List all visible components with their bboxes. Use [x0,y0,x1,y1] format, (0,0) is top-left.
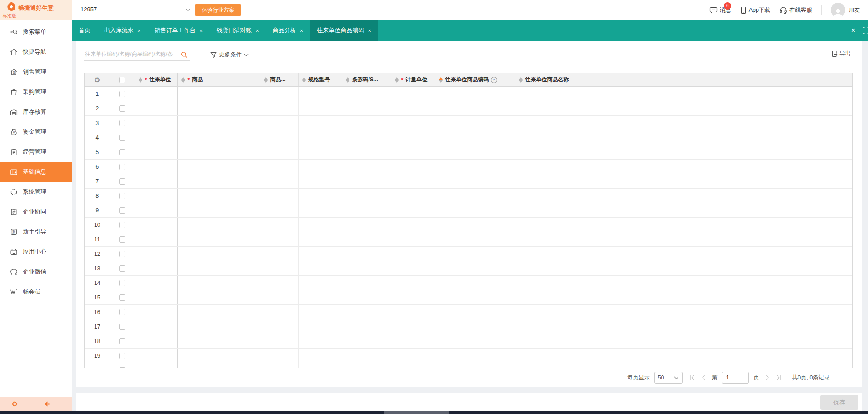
cell-product[interactable] [177,160,260,174]
cell-barcode[interactable] [342,261,391,276]
cell-partner[interactable] [135,101,177,116]
cell-partner-product-name[interactable] [515,116,853,130]
tab-cash-daily-reconcile[interactable]: 钱货日清对账 × [210,20,266,41]
help-icon[interactable]: ? [491,77,497,83]
cell-barcode[interactable] [342,189,391,203]
cell-barcode[interactable] [342,232,391,247]
cell-partner[interactable] [135,247,177,261]
online-service-button[interactable]: 在线客服 [779,6,812,14]
cell-partner-product-code[interactable] [435,160,515,174]
cell-uom[interactable] [391,101,435,116]
row-select-cell[interactable] [110,160,135,174]
cell-partner-product-name[interactable] [515,276,853,290]
row-select-cell[interactable] [110,203,135,218]
cell-product[interactable] [177,290,260,305]
cell-product[interactable] [177,174,260,189]
cell-partner-product-code[interactable] [435,349,515,363]
settings-gear-icon[interactable]: ⚙ [12,400,18,407]
last-page-icon[interactable] [776,375,782,380]
table-row[interactable]: 1 [85,87,853,101]
account-select[interactable]: 12957 [80,4,191,16]
tab-home[interactable]: 首页 [72,20,97,41]
row-select-cell[interactable] [110,130,135,145]
cell-product[interactable] [177,145,260,160]
cell-product-code[interactable] [260,247,298,261]
table-row[interactable]: 15 [85,290,853,305]
per-page-select[interactable]: 50 [654,372,683,384]
cell-uom[interactable] [391,261,435,276]
row-select-cell[interactable] [110,349,135,363]
cell-partner-product-name[interactable] [515,203,853,218]
cell-barcode[interactable] [342,174,391,189]
cell-uom[interactable] [391,218,435,232]
cell-spec[interactable] [298,232,342,247]
table-row[interactable]: 20 [85,363,853,369]
cell-product[interactable] [177,101,260,116]
tab-close-icon[interactable]: × [200,28,203,34]
cell-product[interactable] [177,363,260,369]
table-row[interactable]: 14 [85,276,853,290]
row-checkbox[interactable] [119,367,125,368]
export-button[interactable]: 导出 [831,50,851,58]
row-checkbox[interactable] [119,338,125,344]
cell-partner-product-name[interactable] [515,130,853,145]
tab-product-analysis[interactable]: 商品分析 × [266,20,310,41]
cell-product[interactable] [177,276,260,290]
cell-spec[interactable] [298,116,342,130]
cell-partner-product-code[interactable] [435,290,515,305]
cell-partner-product-name[interactable] [515,247,853,261]
cell-partner-product-name[interactable] [515,349,853,363]
cell-uom[interactable] [391,290,435,305]
cell-product-code[interactable] [260,232,298,247]
cell-partner-product-code[interactable] [435,189,515,203]
cell-partner-product-code[interactable] [435,276,515,290]
page-number-input[interactable]: 1 [722,372,749,384]
cell-partner-product-code[interactable] [435,145,515,160]
cell-partner-product-code[interactable] [435,232,515,247]
cell-uom[interactable] [391,334,435,349]
sort-icon[interactable] [139,77,142,83]
cell-spec[interactable] [298,87,342,101]
row-select-cell[interactable] [110,218,135,232]
row-select-cell[interactable] [110,363,135,369]
cell-partner-product-name[interactable] [515,87,853,101]
cell-partner-product-name[interactable] [515,232,853,247]
cell-partner[interactable] [135,189,177,203]
sidebar-item-quick-nav[interactable]: 快捷导航 [0,42,72,62]
sidebar-item-search-menu[interactable]: 搜索菜单 [0,22,72,42]
cell-partner-product-name[interactable] [515,305,853,319]
tab-close-icon[interactable]: × [368,28,371,34]
table-row[interactable]: 11 [85,232,853,247]
cell-partner[interactable] [135,218,177,232]
cell-barcode[interactable] [342,87,391,101]
sidebar-item-system[interactable]: 系统管理 [0,182,72,202]
cell-product[interactable] [177,87,260,101]
cell-product-code[interactable] [260,349,298,363]
cell-barcode[interactable] [342,305,391,319]
cell-uom[interactable] [391,349,435,363]
row-select-cell[interactable] [110,261,135,276]
tab-close-icon[interactable]: × [255,28,259,34]
cell-product[interactable] [177,116,260,130]
row-checkbox[interactable] [119,120,125,126]
cell-uom[interactable] [391,189,435,203]
cell-barcode[interactable] [342,276,391,290]
column-settings[interactable]: ⚙ [85,73,110,87]
table-row[interactable]: 17 [85,319,853,334]
sidebar-item-collaboration[interactable]: 企业协同 [0,202,72,222]
app-download-button[interactable]: App下载 [740,6,770,14]
cell-partner[interactable] [135,276,177,290]
cell-product-code[interactable] [260,276,298,290]
row-checkbox[interactable] [119,207,125,214]
row-select-cell[interactable] [110,334,135,349]
cell-product[interactable] [177,218,260,232]
table-row[interactable]: 5 [85,145,853,160]
cell-product-code[interactable] [260,130,298,145]
table-row[interactable]: 4 [85,130,853,145]
cell-spec[interactable] [298,160,342,174]
cell-spec[interactable] [298,145,342,160]
cell-product-code[interactable] [260,363,298,369]
cell-partner-product-code[interactable] [435,174,515,189]
sidebar-item-operations[interactable]: 经营管理 [0,142,72,162]
cell-product[interactable] [177,349,260,363]
